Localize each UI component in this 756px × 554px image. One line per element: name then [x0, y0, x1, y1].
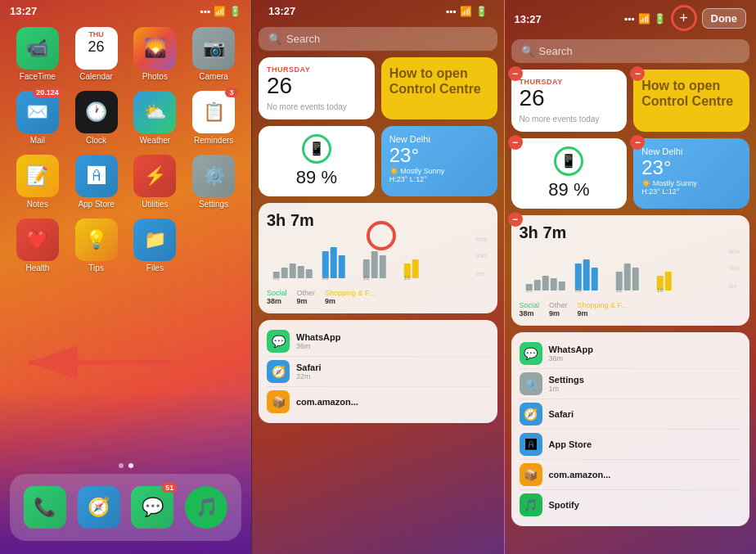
app-files[interactable]: 📁 Files — [131, 218, 180, 272]
search-icon-middle: 🔍 — [268, 33, 281, 45]
appstore-label: App Store — [78, 200, 114, 209]
screentime-time-r: 3h 7m — [520, 223, 742, 242]
right-phone-panel: 13:27 ▪▪▪ 📶 🔋 + Done 🔍 Search − — [504, 0, 757, 554]
weather-widget-middle: New Delhi 23° ☀️ Mostly Sunny H:23° L:12… — [381, 126, 497, 196]
signal-icon: ▪▪▪ — [200, 6, 210, 17]
screentime-widget-middle: 3h 7m 60m 30m 0m — [259, 203, 497, 313]
svg-rect-11 — [331, 247, 337, 278]
app-facetime[interactable]: 📹 FaceTime — [13, 27, 62, 81]
wifi-icon-m: 📶 — [460, 6, 472, 17]
left-phone-panel: 13:27 ▪▪▪ 📶 🔋 📹 FaceTime THU 26 Calendar… — [0, 0, 252, 554]
search-bar-middle[interactable]: 🔍 Search — [259, 27, 497, 51]
app-settings[interactable]: ⚙️ Settings — [189, 155, 238, 209]
svg-rect-15 — [380, 255, 386, 278]
app-notes[interactable]: 📝 Notes — [13, 155, 62, 209]
mail-icon-img: ✉️ 20.124 — [16, 91, 59, 133]
battery-circle-m: 📱 — [302, 134, 331, 164]
app-photos[interactable]: 🌄 Photos — [131, 27, 180, 81]
app-health[interactable]: ❤️ Health — [13, 218, 62, 272]
page-dot-2 — [128, 463, 133, 468]
app-list-widget-right: 💬 WhatsApp 36m ⚙️ Settings 1m 🧭 — [511, 332, 750, 526]
weather-city-m: New Delhi — [389, 134, 489, 144]
search-bar-right[interactable]: 🔍 Search — [511, 39, 750, 63]
app-list-item-settings-r: ⚙️ Settings 1m — [520, 369, 742, 399]
minus-weather-right[interactable]: − — [630, 135, 645, 150]
weather-icon-img: ⛅ — [133, 91, 176, 133]
app-reminders[interactable]: 📋 3 Reminders — [189, 91, 238, 145]
svg-rect-7 — [290, 263, 296, 278]
battery-widget-middle: 📱 89 % — [259, 126, 375, 196]
svg-text:12: 12 — [363, 275, 370, 280]
dock-spotify[interactable]: 🎵 — [185, 486, 227, 529]
page-dot-1 — [119, 463, 124, 468]
done-button[interactable]: Done — [702, 8, 747, 29]
app-calendar[interactable]: THU 26 Calendar — [72, 27, 121, 81]
spotify-icon-r: 🎵 — [520, 493, 542, 516]
svg-text:18: 18 — [656, 287, 663, 292]
svg-rect-31 — [583, 259, 589, 291]
svg-rect-12 — [339, 255, 345, 278]
calendar-icon-img: THU 26 — [75, 27, 118, 70]
files-icon-img: 📁 — [133, 218, 176, 261]
amazon-icon-r: 📦 — [520, 463, 542, 486]
weather-city-r: New Delhi — [641, 146, 741, 156]
signal-icon-m: ▪▪▪ — [446, 6, 457, 17]
app-mail[interactable]: ✉️ 20.124 Mail — [13, 91, 62, 145]
wifi-icon: 📶 — [214, 6, 226, 17]
svg-text:06: 06 — [574, 287, 581, 292]
safari-icon-m: 🧭 — [267, 360, 290, 383]
appstore-icon-img: 🅰 — [75, 155, 118, 197]
app-list-item-spotify-r: 🎵 Spotify — [520, 490, 742, 520]
minus-cal-right[interactable]: − — [508, 66, 523, 81]
app-clock[interactable]: 🕐 Clock — [72, 91, 121, 145]
amazon-icon-m: 📦 — [267, 390, 290, 413]
app-appstore[interactable]: 🅰 App Store — [72, 155, 121, 209]
middle-panel-content: 13:27 ▪▪▪ 📶 🔋 🔍 Search THURSDAY 26 No mo… — [252, 0, 504, 554]
minus-screentime-right[interactable]: − — [508, 212, 523, 227]
svg-text:09: 09 — [525, 287, 532, 292]
app-list-item-safari-r: 🧭 Safari — [520, 399, 742, 430]
app-camera[interactable]: 📷 Camera — [189, 27, 238, 81]
battery-pct-m: 89 % — [296, 167, 337, 188]
wifi-icon-r: 📶 — [638, 13, 650, 25]
svg-rect-29 — [558, 282, 565, 291]
phone-icon-m: 📱 — [308, 141, 325, 156]
screentime-cats-r: Social 38m Other 9m Shopping & F... 9m — [520, 301, 742, 318]
app-utilities[interactable]: ⚡ Utilities — [131, 155, 180, 209]
mail-badge: 20.124 — [33, 88, 62, 97]
dock-messages-icon: 💬 51 — [131, 486, 173, 529]
app-list-item-amazon-r: 📦 com.amazon... — [520, 460, 742, 490]
reminders-badge: 3 — [225, 88, 238, 97]
st-cat-other-m: Other 9m — [297, 289, 316, 305]
app-list-item-safari-m: 🧭 Safari 32m — [267, 357, 489, 387]
time-middle: 13:27 — [268, 5, 295, 17]
svg-rect-37 — [664, 272, 671, 291]
svg-rect-26 — [533, 280, 540, 291]
dock-messages[interactable]: 💬 51 — [131, 486, 173, 529]
tips-icon-img: 💡 — [75, 218, 118, 261]
health-icon-img: ❤️ — [16, 218, 59, 261]
time-right: 13:27 — [515, 13, 542, 25]
svg-rect-14 — [371, 251, 378, 278]
widget-row-1-middle: THURSDAY 26 No more events today How to … — [259, 57, 497, 119]
minus-battery-right[interactable]: − — [508, 135, 523, 150]
app-grid: 📹 FaceTime THU 26 Calendar 🌄 Photos 📷 Ca… — [0, 20, 251, 279]
clock-icon-img: 🕐 — [75, 91, 118, 133]
panel-header-right: 13:27 ▪▪▪ 📶 🔋 + Done — [511, 0, 750, 33]
app-weather[interactable]: ⛅ Weather — [131, 91, 180, 145]
app-list-item-whatsapp-m: 💬 WhatsApp 36m — [267, 327, 489, 357]
dock-spotify-icon: 🎵 — [185, 486, 227, 529]
calendar-widget-right: − THURSDAY 26 No more events today — [511, 70, 628, 132]
settings-icon-img: ⚙️ — [192, 155, 235, 197]
utilities-icon-img: ⚡ — [133, 155, 176, 197]
plus-button[interactable]: + — [671, 5, 697, 31]
app-tips[interactable]: 💡 Tips — [72, 218, 121, 272]
svg-text:30m: 30m — [728, 265, 740, 271]
note-text-m: How to open Control Centre — [389, 65, 489, 97]
app-list-item-amazon-m: 📦 com.amazon... — [267, 387, 489, 417]
dock-phone[interactable]: 📞 — [24, 486, 66, 529]
dock-safari[interactable]: 🧭 — [78, 486, 120, 529]
time-left: 13:27 — [10, 5, 37, 17]
cal-event-r: No more events today — [520, 115, 619, 124]
right-panel-content: 13:27 ▪▪▪ 📶 🔋 + Done 🔍 Search − — [505, 0, 757, 554]
